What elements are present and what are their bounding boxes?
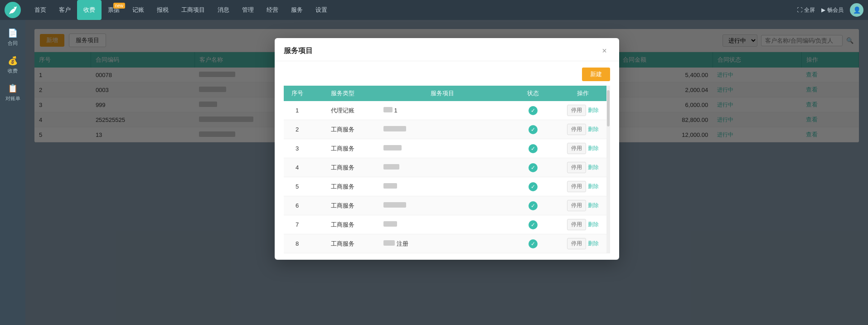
modal-cell-action: 停用删除: [556, 215, 610, 234]
modal-cell-seq: 1: [284, 101, 311, 120]
new-badge: new: [113, 3, 125, 9]
sidebar-item-contract[interactable]: 📄 合同: [1, 24, 24, 50]
list-item: 6 工商服务 ✓ 停用删除: [284, 196, 610, 215]
delete-button[interactable]: 删除: [588, 126, 599, 133]
modal-cell-type: 工商服务: [311, 196, 374, 215]
vip-button[interactable]: ▶ 畅会员: [821, 6, 844, 14]
stop-button[interactable]: 停用: [567, 238, 586, 249]
nav-home[interactable]: 首页: [28, 0, 53, 20]
nav-fee[interactable]: 收费: [77, 0, 102, 20]
stop-button[interactable]: 停用: [567, 124, 586, 135]
money-icon: 💰: [8, 56, 18, 66]
status-check-icon: ✓: [529, 106, 538, 115]
stop-button[interactable]: 停用: [567, 181, 586, 192]
nav-settings[interactable]: 设置: [309, 0, 334, 20]
modal-table: 序号 服务类型 服务项目 状态 操作 1 代理记账 1 ✓ 停用删除: [284, 86, 610, 253]
fullscreen-icon: ⛶: [797, 7, 802, 13]
stop-button[interactable]: 停用: [567, 162, 586, 173]
modal-cell-status: ✓: [510, 234, 556, 253]
delete-button[interactable]: 删除: [588, 221, 599, 228]
nav-manage[interactable]: 管理: [236, 0, 260, 20]
modal-col-type: 服务类型: [311, 86, 374, 101]
modal-cell-action: 停用删除: [556, 234, 610, 253]
modal-cell-type: 工商服务: [311, 177, 374, 196]
modal-col-item: 服务项目: [374, 86, 510, 101]
modal-header: 服务项目 ×: [275, 38, 619, 61]
scrollbar-thumb[interactable]: [607, 90, 610, 126]
modal-cell-item: [374, 139, 510, 158]
modal-overlay: 服务项目 × 新建 序号 服务类型 服务项目: [25, 20, 868, 325]
avatar[interactable]: 👤: [850, 3, 863, 17]
modal-cell-type: 工商服务: [311, 120, 374, 139]
nav-bookkeeping[interactable]: 记账: [126, 0, 150, 20]
delete-button[interactable]: 删除: [588, 240, 599, 247]
list-item: 2 工商服务 ✓ 停用删除: [284, 120, 610, 139]
delete-button[interactable]: 删除: [588, 183, 599, 190]
stop-button[interactable]: 停用: [567, 200, 586, 211]
list-item: 1 代理记账 1 ✓ 停用删除: [284, 101, 610, 120]
delete-button[interactable]: 删除: [588, 107, 599, 114]
nav-message[interactable]: 消息: [211, 0, 236, 20]
delete-button[interactable]: 删除: [588, 164, 599, 171]
nav-industry[interactable]: 工商项目: [175, 0, 211, 20]
nav-operation[interactable]: 经营: [260, 0, 285, 20]
list-icon: 📋: [8, 83, 18, 93]
main-layout: 📄 合同 💰 收费 📋 对账单 新增 服务项目 进行中 已完成 已终止: [0, 20, 868, 325]
list-item: 4 工商服务 ✓ 停用删除: [284, 158, 610, 177]
modal-cell-seq: 3: [284, 139, 311, 158]
modal-cell-status: ✓: [510, 196, 556, 215]
fullscreen-button[interactable]: ⛶ 全屏: [797, 6, 815, 14]
list-item: 3 工商服务 ✓ 停用删除: [284, 139, 610, 158]
modal-cell-seq: 6: [284, 196, 311, 215]
modal-title: 服务项目: [284, 46, 313, 56]
service-items-modal: 服务项目 × 新建 序号 服务类型 服务项目: [275, 38, 619, 260]
stop-button[interactable]: 停用: [567, 143, 586, 154]
modal-cell-action: 停用删除: [556, 196, 610, 215]
stop-button[interactable]: 停用: [567, 219, 586, 230]
modal-cell-action: 停用删除: [556, 101, 610, 120]
document-icon: 📄: [8, 28, 18, 38]
list-item: 5 工商服务 ✓ 停用删除: [284, 177, 610, 196]
content-area: 新增 服务项目 进行中 已完成 已终止 🔍 序号 合同编码: [25, 20, 868, 325]
modal-cell-action: 停用删除: [556, 120, 610, 139]
modal-cell-type: 工商服务: [311, 234, 374, 253]
modal-cell-item: 1: [374, 101, 510, 120]
delete-button[interactable]: 删除: [588, 145, 599, 152]
nav-tax[interactable]: 报税: [150, 0, 175, 20]
scrollbar-track[interactable]: [606, 86, 610, 253]
status-check-icon: ✓: [529, 144, 538, 153]
modal-cell-item: [374, 177, 510, 196]
stop-button[interactable]: 停用: [567, 105, 586, 116]
modal-close-button[interactable]: ×: [599, 45, 610, 56]
list-item: 7 工商服务 ✓ 停用删除: [284, 215, 610, 234]
modal-cell-item: [374, 158, 510, 177]
modal-toolbar: 新建: [284, 68, 610, 81]
app-logo[interactable]: [5, 2, 21, 18]
nav-invoice[interactable]: 票据 new: [102, 0, 126, 20]
sidebar: 📄 合同 💰 收费 📋 对账单: [0, 20, 25, 325]
modal-cell-seq: 8: [284, 234, 311, 253]
status-check-icon: ✓: [529, 182, 538, 191]
modal-cell-status: ✓: [510, 139, 556, 158]
modal-cell-type: 代理记账: [311, 101, 374, 120]
nav-right: ⛶ 全屏 ▶ 畅会员 👤: [797, 3, 863, 17]
modal-col-status: 状态: [510, 86, 556, 101]
modal-cell-status: ✓: [510, 215, 556, 234]
modal-cell-type: 工商服务: [311, 158, 374, 177]
list-item: 8 工商服务 注册 ✓ 停用删除: [284, 234, 610, 253]
modal-cell-seq: 5: [284, 177, 311, 196]
nav-items: 首页 客户 收费 票据 new 记账 报税 工商项目 消息 管理 经营 服务 设…: [28, 0, 797, 20]
sidebar-item-fee[interactable]: 💰 收费: [1, 52, 24, 78]
sidebar-item-statement[interactable]: 📋 对账单: [1, 80, 24, 106]
nav-service[interactable]: 服务: [285, 0, 309, 20]
status-check-icon: ✓: [529, 220, 538, 229]
status-check-icon: ✓: [529, 201, 538, 210]
modal-new-button[interactable]: 新建: [582, 68, 610, 81]
modal-cell-item: [374, 120, 510, 139]
status-check-icon: ✓: [529, 163, 538, 172]
modal-col-action: 操作: [556, 86, 610, 101]
nav-client[interactable]: 客户: [53, 0, 77, 20]
modal-cell-seq: 2: [284, 120, 311, 139]
delete-button[interactable]: 删除: [588, 202, 599, 209]
modal-cell-status: ✓: [510, 158, 556, 177]
